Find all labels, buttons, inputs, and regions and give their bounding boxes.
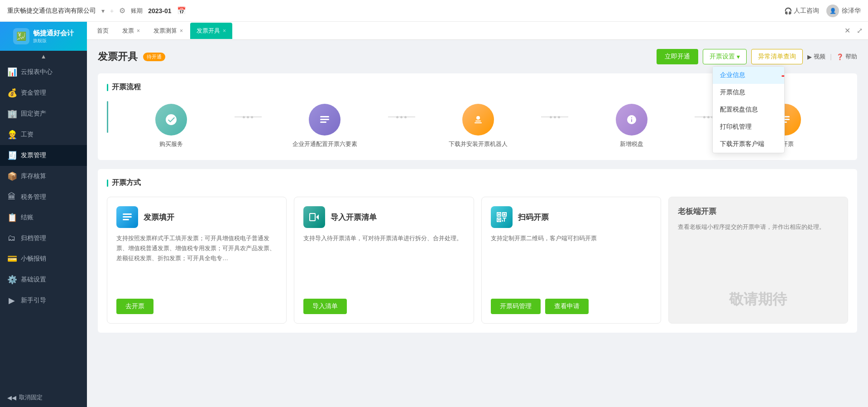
sidebar-item-label: 资金管理	[21, 89, 46, 97]
sidebar-item-gudingzichan[interactable]: 🏢 固定资产	[0, 103, 87, 124]
settings-icon[interactable]: ⚙	[119, 6, 125, 15]
billing-card-scan: 扫码开票 支持定制开票二维码，客户端可扫码开票 开票码管理 查看申请	[481, 197, 661, 324]
billing-icon-scan	[491, 206, 513, 228]
top-bar: 重庆畅捷交通信息咨询有限公司 ▾ + ⚙ 账期 2023-01 📅 🎧 人工咨询…	[0, 0, 868, 22]
billing-card-desc-import: 支持导入待开票清单，可对待开票清单进行拆分、合并处理。	[303, 233, 464, 293]
billing-section-title: 开票方式	[107, 178, 848, 188]
calendar-icon[interactable]: 📅	[177, 6, 186, 15]
sidebar-item-label: 库存核算	[21, 172, 46, 180]
tab-fapiao-cesuan[interactable]: 发票测算 ×	[147, 23, 189, 39]
status-badge: 待开通	[143, 53, 165, 61]
sidebar-item-label: 结账	[21, 213, 34, 222]
sidebar-cancel-btn[interactable]: ◀◀ 取消固定	[0, 388, 87, 407]
logo-icon: 💹	[13, 28, 29, 44]
flow-connector-3	[541, 116, 568, 117]
page-header-actions: 立即开通 开票设置 ▾ 异常清单查询 ▶ 视频 | ❓ 帮助	[657, 49, 857, 64]
dropdown-item-company-info[interactable]: 企业信息 ➜	[713, 67, 784, 84]
page-header: 发票开具 待开通 立即开通 开票设置 ▾ 异常清单查询 ▶ 视频 | ❓	[98, 49, 857, 64]
logo-text: 畅捷通好会计	[33, 29, 74, 38]
dropdown-item-label: 下载开票客户端	[720, 140, 764, 147]
dropdown-item-printer[interactable]: 打印机管理	[713, 118, 784, 136]
sidebar-bottom: ◀◀ 取消固定	[0, 388, 87, 407]
sidebar-item-kucun[interactable]: 📦 库存核算	[0, 166, 87, 187]
billing-card-header-scan: 扫码开票	[491, 206, 652, 228]
gongzi-icon: 👷	[7, 130, 16, 140]
sidebar: 💹 畅捷通好会计 旗舰版 ▲ 📊 云报表中心 💰 资金管理 🏢 固定资产 👷 工…	[0, 22, 87, 407]
scan-btns: 开票码管理 查看申请	[491, 299, 652, 314]
tab-close-icon[interactable]: ×	[223, 28, 226, 34]
sidebar-item-xiaochang[interactable]: 💳 小畅报销	[0, 248, 87, 269]
billing-go-btn[interactable]: 去开票	[116, 299, 153, 314]
settings-btn[interactable]: 开票设置 ▾	[703, 49, 747, 64]
billing-card-title-import: 导入开票清单	[331, 212, 377, 223]
period-label: 账期	[131, 7, 143, 15]
svg-rect-1	[320, 119, 329, 120]
sidebar-item-label: 税务管理	[21, 193, 46, 201]
play-icon: ▶	[807, 53, 812, 60]
sidebar-item-yunbao[interactable]: 📊 云报表中心	[0, 62, 87, 82]
tab-label: 发票开具	[197, 27, 220, 35]
consulting-btn[interactable]: 🎧 人工咨询	[784, 7, 819, 15]
billing-import-btn[interactable]: 导入清单	[303, 299, 347, 314]
sidebar-item-xinshou[interactable]: ▶ 新手引导	[0, 290, 87, 311]
dropdown-item-label: 开票信息	[720, 88, 745, 96]
billing-icon-import	[303, 206, 325, 228]
tab-home[interactable]: 首页	[91, 23, 115, 39]
dropdown-item-download-client[interactable]: 下载开票客户端	[713, 136, 784, 153]
headset-icon: 🎧	[784, 7, 792, 15]
sidebar-item-jiezhang[interactable]: 📋 结账	[0, 207, 87, 228]
svg-rect-9	[123, 213, 132, 215]
tab-close-icon[interactable]: ×	[180, 28, 183, 34]
sidebar-item-guidang[interactable]: 🗂 归档管理	[0, 228, 87, 248]
logo-text-block: 畅捷通好会计 旗舰版	[33, 29, 74, 44]
billing-scan-view-btn[interactable]: 查看申请	[545, 299, 589, 314]
flow-step-4: 新增税盘	[568, 104, 695, 148]
top-bar-right: 🎧 人工咨询 👤 徐泽华	[784, 5, 861, 17]
dropdown-chevron-icon: ▾	[737, 53, 740, 60]
sidebar-scroll-up[interactable]: ▲	[0, 51, 87, 62]
activate-btn[interactable]: 立即开通	[657, 49, 698, 64]
content-area: 首页 发票 × 发票测算 × 发票开具 × ✕ ⤢ 发票开具	[87, 22, 868, 407]
xinshou-icon: ▶	[7, 296, 16, 305]
company-name: 重庆畅捷交通信息咨询有限公司	[7, 7, 96, 15]
video-btn[interactable]: ▶ 视频	[807, 53, 825, 61]
flow-step-3: 下载并安装开票机器人	[415, 104, 542, 148]
sidebar-item-shuiwu[interactable]: 🏛 税务管理	[0, 187, 87, 207]
svg-rect-10	[123, 216, 132, 218]
dropdown-item-invoice-info[interactable]: 开票信息	[713, 84, 784, 101]
tab-expand-btn[interactable]: ⤢	[855, 24, 864, 37]
billing-card-header-manual: 发票填开	[116, 206, 277, 228]
svg-rect-12	[310, 213, 315, 221]
billing-card-desc-scan: 支持定制开票二维码，客户端可扫码开票	[491, 233, 652, 293]
tab-label: 首页	[97, 27, 109, 35]
billing-card-title-boss: 老板端开票	[678, 206, 716, 217]
help-btn[interactable]: ❓ 帮助	[836, 53, 857, 61]
dropdown-item-tax-disk[interactable]: 配置税盘信息	[713, 101, 784, 118]
sidebar-item-gongzi[interactable]: 👷 工资	[0, 124, 87, 145]
cancel-icon: ◀◀	[7, 394, 16, 401]
sidebar-item-label: 归档管理	[21, 234, 46, 242]
sidebar-item-fapiao[interactable]: 🧾 发票管理	[0, 145, 87, 166]
billing-section: 开票方式 发票填开 支持按照发票样式手工填开发票；可开具增值税电子普通发票、增值…	[98, 169, 857, 333]
tab-fapiao[interactable]: 发票 ×	[116, 23, 146, 39]
xiaochang-icon: 💳	[7, 254, 16, 264]
user-info[interactable]: 👤 徐泽华	[826, 5, 861, 17]
user-name: 徐泽华	[842, 7, 861, 15]
tab-fapiao-kaiju[interactable]: 发票开具 ×	[190, 23, 232, 39]
sidebar-item-label: 基础设置	[21, 276, 46, 284]
flow-step-2: 企业开通配置开票六要素	[262, 104, 388, 148]
sidebar-item-zijin[interactable]: 💰 资金管理	[0, 82, 87, 103]
abnormal-btn[interactable]: 异常清单查询	[751, 49, 803, 64]
sidebar-item-label: 发票管理	[21, 151, 46, 160]
company-dropdown-icon[interactable]: ▾	[101, 7, 105, 15]
dropdown-item-label: 配置税盘信息	[720, 106, 758, 113]
billing-scan-manage-btn[interactable]: 开票码管理	[491, 299, 541, 314]
billing-card-header-boss: 老板端开票	[678, 206, 839, 217]
tab-close-icon[interactable]: ×	[137, 28, 140, 34]
separator: |	[830, 53, 832, 60]
sidebar-item-jichushezhi[interactable]: ⚙️ 基础设置	[0, 269, 87, 290]
svg-rect-11	[123, 219, 129, 220]
jiezhang-icon: 📋	[7, 213, 16, 223]
tab-close-btn[interactable]: ✕	[843, 24, 852, 37]
main-layout: 💹 畅捷通好会计 旗舰版 ▲ 📊 云报表中心 💰 资金管理 🏢 固定资产 👷 工…	[0, 22, 868, 407]
